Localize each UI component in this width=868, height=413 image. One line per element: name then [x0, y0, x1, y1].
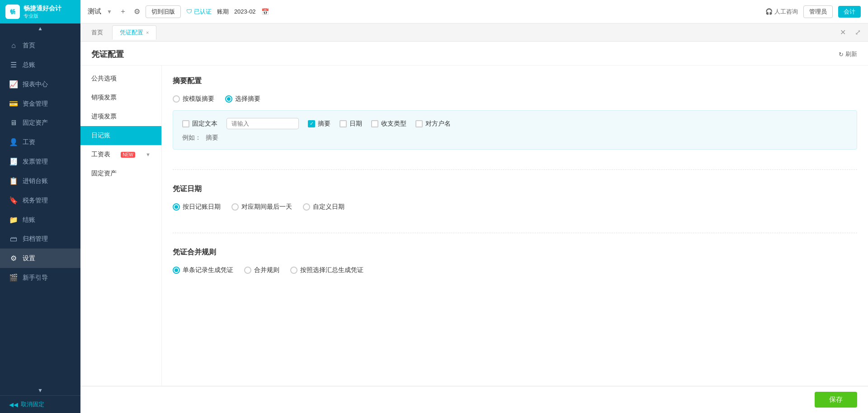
- section-merge: 凭证合并规则 单条记录生成凭证 合并规则 按照选择汇总生成凭证: [173, 248, 857, 296]
- arrow-down-icon: ▼: [146, 152, 151, 157]
- tab-close-btn[interactable]: ×: [146, 30, 149, 35]
- radio-select[interactable]: 选择摘要: [225, 95, 260, 103]
- save-btn[interactable]: 保存: [815, 392, 857, 408]
- left-nav-label: 销项发票: [91, 94, 117, 102]
- cancel-fixed-btn[interactable]: ◀◀ 取消固定: [0, 395, 80, 413]
- radio-journal-date-circle: [173, 203, 180, 211]
- radio-template-circle: [173, 95, 180, 103]
- topbar-period-prefix: 账期: [217, 8, 229, 16]
- radio-custom-date[interactable]: 自定义日期: [303, 203, 344, 211]
- sidebar: 畅 畅捷通好会计 专业版 ▲ ⌂ 首页 ☰ 总账 📈 报表中心 💳 资金管理 🖥…: [0, 0, 80, 413]
- main-area: 测试 ▼ ＋ ⚙ 切到旧版 🛡 已认证 账期 2023-02 📅 🎧 人工咨询 …: [80, 0, 868, 413]
- left-nav-item-sales[interactable]: 销项发票: [80, 88, 161, 107]
- radio-select-merge[interactable]: 按照选择汇总生成凭证: [290, 266, 363, 274]
- section-date: 凭证日期 按日记账日期 对应期间最后一天 自定义日期: [173, 184, 857, 233]
- radio-custom-date-circle: [303, 203, 310, 211]
- sidebar-item-label: 固定资产: [23, 119, 48, 127]
- tab-voucher-config[interactable]: 凭证配置 ×: [112, 25, 156, 40]
- logo-icon: 畅: [5, 5, 20, 19]
- calendar-icon[interactable]: 📅: [261, 8, 269, 15]
- radio-single[interactable]: 单条记录生成凭证: [173, 266, 233, 274]
- checkbox-pay-type-box: [371, 120, 378, 127]
- ledger-icon: ☰: [9, 61, 18, 69]
- scroll-down-indicator[interactable]: ▼: [0, 385, 80, 395]
- new-badge: NEW: [121, 152, 135, 158]
- left-nav-label: 公共选项: [91, 75, 117, 83]
- sidebar-item-report[interactable]: 📈 报表中心: [0, 75, 80, 94]
- left-nav-item-fixed-asset[interactable]: 固定资产: [80, 164, 161, 183]
- left-nav-label: 固定资产: [91, 169, 117, 178]
- sidebar-item-capital[interactable]: 💳 资金管理: [0, 94, 80, 113]
- sidebar-item-tax[interactable]: 🔖 税务管理: [0, 191, 80, 210]
- sidebar-item-fixed[interactable]: 🖥 固定资产: [0, 113, 80, 132]
- radio-select-label: 选择摘要: [235, 95, 260, 103]
- sidebar-item-closing[interactable]: 📁 结账: [0, 210, 80, 230]
- page-title-bar: 凭证配置 ↻ 刷新: [80, 42, 868, 66]
- topbar-dropdown-icon[interactable]: ▼: [107, 9, 112, 15]
- user-btn[interactable]: 管理员: [803, 5, 833, 18]
- summary-options-box: 固定文本 ✓ 摘要 日期: [173, 110, 857, 150]
- checkbox-date-label: 日期: [349, 120, 362, 128]
- sidebar-item-archive[interactable]: 🗃 归档管理: [0, 230, 80, 249]
- sidebar-item-invoice[interactable]: 🧾 发票管理: [0, 152, 80, 171]
- radio-period-last-label: 对应期间最后一天: [241, 203, 292, 211]
- checkbox-abstract-label: 摘要: [318, 120, 330, 128]
- date-radio-group: 按日记账日期 对应期间最后一天 自定义日期: [173, 203, 857, 211]
- checkbox-fixed-text-label: 固定文本: [192, 120, 217, 128]
- radio-merge-rule-circle: [244, 267, 251, 274]
- left-nav-item-payroll-sheet[interactable]: 工资表 NEW ▼: [80, 145, 161, 164]
- radio-template[interactable]: 按模版摘要: [173, 95, 214, 103]
- refresh-btn[interactable]: ↻ 刷新: [839, 50, 857, 58]
- sidebar-item-trade[interactable]: 📋 进销台账: [0, 171, 80, 191]
- checkbox-counterparty[interactable]: 对方户名: [415, 120, 451, 128]
- left-nav-item-public[interactable]: 公共选项: [80, 69, 161, 88]
- left-nav-label: 日记账: [91, 131, 110, 140]
- topbar-certified: 🛡 已认证: [186, 8, 212, 16]
- sidebar-item-ledger[interactable]: ☰ 总账: [0, 55, 80, 75]
- radio-select-circle: [225, 95, 232, 103]
- tab-expand-btn[interactable]: ⤢: [851, 26, 864, 38]
- switch-version-btn[interactable]: 切到旧版: [146, 5, 181, 18]
- topbar-add-btn[interactable]: ＋: [118, 5, 128, 18]
- sidebar-item-payroll[interactable]: 👤 工资: [0, 132, 80, 152]
- radio-merge-rule[interactable]: 合并规则: [244, 266, 279, 274]
- consult-btn[interactable]: 🎧 人工咨询: [765, 8, 798, 16]
- checkbox-pay-type[interactable]: 收支类型: [371, 120, 406, 128]
- fixed-text-input[interactable]: [226, 118, 299, 129]
- radio-template-label: 按模版摘要: [183, 95, 214, 103]
- cancel-fixed-label: 取消固定: [21, 400, 44, 408]
- payroll-icon: 👤: [9, 138, 18, 146]
- radio-period-last[interactable]: 对应期间最后一天: [231, 203, 292, 211]
- role-btn[interactable]: 会计: [838, 6, 861, 18]
- left-nav-item-journal[interactable]: 日记账: [80, 126, 161, 145]
- example-text: 例如： 摘要: [182, 134, 848, 142]
- checkbox-counterparty-label: 对方户名: [425, 120, 451, 128]
- guide-icon: 🎬: [9, 273, 18, 282]
- tab-close-window-btn[interactable]: ✕: [836, 26, 849, 38]
- refresh-icon: ↻: [839, 51, 844, 58]
- topbar-project: 测试: [88, 7, 101, 16]
- summary-radio-group: 按模版摘要 选择摘要: [173, 95, 857, 103]
- content-layout: 公共选项 销项发票 进项发票 日记账 工资表 NEW ▼ 固定资产: [80, 66, 868, 386]
- checkbox-date[interactable]: 日期: [340, 120, 362, 128]
- tab-home[interactable]: 首页: [84, 26, 110, 39]
- section-merge-title: 凭证合并规则: [173, 248, 857, 257]
- sidebar-item-settings[interactable]: ⚙ 设置: [0, 249, 80, 268]
- capital-icon: 💳: [9, 99, 18, 108]
- left-nav-item-purchase[interactable]: 进项发票: [80, 107, 161, 126]
- closing-icon: 📁: [9, 216, 18, 224]
- topbar-gear-btn[interactable]: ⚙: [134, 7, 140, 16]
- sidebar-item-home[interactable]: ⌂ 首页: [0, 36, 80, 55]
- checkbox-fixed-text[interactable]: 固定文本: [182, 120, 217, 128]
- checkbox-fixed-text-box: [182, 120, 189, 127]
- checkbox-abstract-box: ✓: [308, 120, 315, 127]
- logo-subtitle: 专业版: [24, 13, 61, 19]
- page-content: 凭证配置 ↻ 刷新 公共选项 销项发票 进项发票 日记账: [80, 42, 868, 413]
- radio-journal-date[interactable]: 按日记账日期: [173, 203, 221, 211]
- sidebar-item-label: 税务管理: [23, 197, 48, 205]
- checkbox-date-box: [340, 120, 347, 127]
- scroll-up-indicator[interactable]: ▲: [0, 23, 80, 33]
- sidebar-item-label: 资金管理: [23, 100, 48, 108]
- sidebar-item-guide[interactable]: 🎬 新手引导: [0, 268, 80, 287]
- checkbox-abstract[interactable]: ✓ 摘要: [308, 120, 330, 128]
